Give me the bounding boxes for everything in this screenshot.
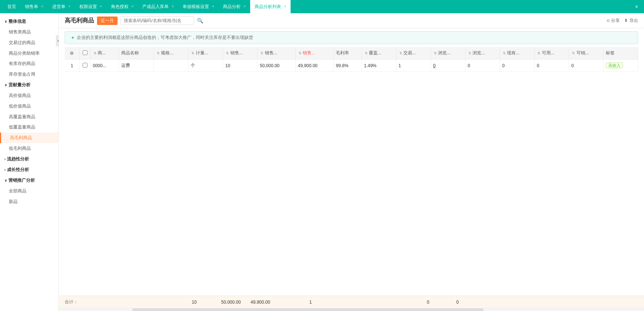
row-available-stock: 0 (535, 59, 569, 72)
sort-icon: ⇅ (226, 51, 229, 55)
close-icon[interactable]: × (244, 0, 246, 13)
row-views2: 0 (465, 59, 500, 72)
th-tag[interactable]: 标签 (604, 47, 638, 59)
search-button[interactable]: 🔍 (197, 18, 203, 23)
sidebar-collapse-button[interactable]: « (56, 35, 59, 46)
sidebar-item-high-value[interactable]: 高价值商品 (0, 90, 58, 101)
row-transaction: 1 (396, 59, 431, 72)
sort-icon: ⇅ (434, 51, 437, 55)
sidebar-item-high-margin[interactable]: 高毛利商品 (0, 133, 58, 143)
row-num: 1 (65, 59, 79, 72)
share-icon: ⎋ (607, 18, 609, 23)
filter-period-button[interactable]: 近一月 (97, 17, 118, 25)
th-coverage[interactable]: ⇅ 覆盖... (361, 47, 396, 59)
th-name[interactable]: 商品名称 (119, 47, 154, 59)
sort-icon: ⇅ (157, 51, 160, 55)
sidebar-item-high-coverage[interactable]: 高覆盖量商品 (0, 112, 58, 122)
th-sales-profit[interactable]: ⇅ 销售... (295, 47, 334, 59)
data-table: ⚙ ⇅ 商... 商品名称 ⇅ (65, 47, 638, 72)
sidebar-item-low-coverage[interactable]: 低覆盖量商品 (0, 122, 58, 133)
th-views2[interactable]: ⇅ 浏览... (465, 47, 500, 59)
row-tag: 高收入 (604, 59, 638, 72)
row-unit: 个 (188, 59, 223, 72)
th-transaction[interactable]: ⇅ 交易... (396, 47, 431, 59)
th-sales-amount[interactable]: ⇅ 销售... (258, 47, 296, 59)
close-icon[interactable]: × (172, 0, 174, 13)
nav-item-purchase[interactable]: 进货单 × (48, 0, 75, 13)
close-icon[interactable]: × (100, 0, 102, 13)
row-checkbox[interactable] (79, 59, 90, 72)
close-icon[interactable]: × (212, 0, 214, 13)
sidebar-item-stock-capital[interactable]: 库存资金占用 (0, 69, 58, 80)
nav-item-template[interactable]: 单据模板设置 × (178, 0, 219, 13)
nav-item-product-warehouse[interactable]: 产成品入库单 × (138, 0, 178, 13)
info-banner: ✦ 企业的主要的利润都是这部分商品创造的，可考虑加大推广，同时关注库存是不要出现… (65, 31, 638, 44)
th-checkbox[interactable] (79, 47, 90, 59)
horizontal-scrollbar[interactable] (59, 308, 644, 311)
chevron-down-icon: ∨ (4, 19, 7, 23)
chevron-down-icon: ∨ (4, 83, 7, 87)
row-views1[interactable]: 0 (431, 59, 465, 72)
nav-item-role[interactable]: 角色授权 × (107, 0, 138, 13)
footer-label: 合计： (65, 299, 94, 305)
sort-icon: ⇅ (365, 51, 368, 55)
chevron-right-icon: › (4, 157, 6, 161)
sidebar-item-category-rate[interactable]: 商品分类助销率 (0, 48, 58, 59)
footer-sales-profit: 49,900.00 (248, 300, 278, 305)
chevron-down-icon: ∨ (4, 178, 7, 182)
row-select-checkbox[interactable] (83, 63, 87, 68)
nav-item-home[interactable]: 首页 (3, 0, 21, 13)
nav-item-product-analysis[interactable]: 商品分析 × (219, 0, 250, 13)
nav-item-sales[interactable]: 销售单 × (21, 0, 48, 13)
nav-item-product-analysis-list[interactable]: 商品分析列表 × (250, 0, 291, 13)
sort-icon: ⇅ (94, 51, 97, 55)
close-icon[interactable]: × (132, 0, 134, 13)
footer-sales-amount: 50,000.00 (219, 300, 248, 305)
th-views1[interactable]: ⇅ 浏览... (431, 47, 465, 59)
th-code[interactable]: ⇅ 商... (90, 47, 119, 59)
sidebar: ∨ 整体信息 销售类商品 交易过的商品 商品分类助销率 有库存的商品 库存资金占… (0, 13, 59, 311)
th-sales-count[interactable]: ⇅ 销售... (223, 47, 258, 59)
top-navigation: 首页 销售单 × 进货单 × 权限设置 × 角色授权 × 产成品入库单 × 单据… (0, 0, 644, 13)
sidebar-group-growth[interactable]: › 成长性分析 (0, 164, 58, 175)
sidebar-group-contribution[interactable]: ∨ 贡献量分析 (0, 80, 58, 90)
chevron-right-icon: › (4, 168, 6, 172)
row-gross-margin: 99.8% (334, 59, 361, 72)
window-close-button[interactable]: × (632, 4, 641, 10)
select-all-checkbox[interactable] (83, 50, 87, 55)
sidebar-item-low-value[interactable]: 低价值商品 (0, 101, 58, 112)
th-spec[interactable]: ⇅ 规格... (154, 47, 188, 59)
content-area: 高毛利商品 近一月 🔍 ⎋ 分享 ⬆ 导出 ✦ 企业的主要的利润都是这部分商品创… (59, 13, 644, 311)
sidebar-item-low-margin[interactable]: 低毛利商品 (0, 143, 58, 154)
table-header-row: ⚙ ⇅ 商... 商品名称 ⇅ (65, 47, 638, 59)
sidebar-item-in-stock[interactable]: 有库存的商品 (0, 58, 58, 69)
sidebar-item-sales-goods[interactable]: 销售类商品 (0, 27, 58, 37)
row-spec (154, 59, 188, 72)
sidebar-group-overall[interactable]: ∨ 整体信息 (0, 16, 58, 27)
scrollbar-thumb[interactable] (132, 308, 483, 311)
th-gross-margin[interactable]: 毛利率 (334, 47, 361, 59)
sidebar-item-traded-goods[interactable]: 交易过的商品 (0, 37, 58, 48)
row-coverage: 1.49% (361, 59, 396, 72)
page-title: 高毛利商品 (65, 17, 94, 25)
th-saleable-stock[interactable]: ⇅ 可销... (569, 47, 604, 59)
th-available-stock[interactable]: ⇅ 可用... (535, 47, 569, 59)
close-icon[interactable]: × (284, 0, 286, 13)
sidebar-group-marketing[interactable]: ∨ 营销推广分析 (0, 175, 58, 186)
row-current-stock: 0 (500, 59, 535, 72)
th-settings[interactable]: ⚙ (65, 47, 79, 59)
row-sales-count: 10 (223, 59, 258, 72)
th-current-stock[interactable]: ⇅ 现有... (500, 47, 535, 59)
close-icon[interactable]: × (68, 0, 71, 13)
close-icon[interactable]: × (41, 0, 43, 13)
row-code: 0000... (90, 59, 119, 72)
footer-available-stock: 0 (425, 300, 454, 305)
sidebar-item-all-goods[interactable]: 全部商品 (0, 186, 58, 196)
sidebar-group-flow[interactable]: › 流趋性分析 (0, 154, 58, 164)
nav-item-permission[interactable]: 权限设置 × (75, 0, 107, 13)
sidebar-item-new-goods[interactable]: 新品 (0, 196, 58, 207)
share-button[interactable]: ⎋ 分享 (607, 18, 620, 24)
export-button[interactable]: ⬆ 导出 (624, 18, 638, 24)
search-input[interactable] (120, 16, 194, 25)
th-unit[interactable]: ⇅ 计量... (188, 47, 223, 59)
